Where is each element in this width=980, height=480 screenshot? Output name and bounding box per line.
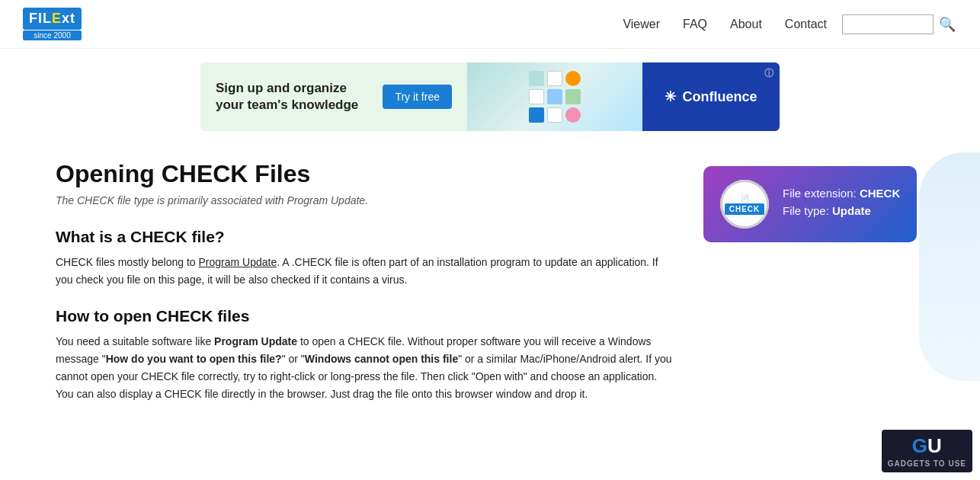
- ad-info-icon: ⓘ: [764, 67, 773, 80]
- file-ext-card: 📄 CHECK File extension: CHECK File type:…: [703, 166, 917, 242]
- ext-label: File extension:: [783, 187, 857, 200]
- ad-banner: Sign up and organize your team's knowled…: [200, 62, 780, 131]
- header: FILExt since 2000 Viewer FAQ About Conta…: [0, 0, 980, 49]
- section1-title: What is a CHECK file?: [56, 228, 673, 246]
- file-ext-line1: File extension: CHECK: [783, 187, 900, 200]
- content-right: 📄 CHECK File extension: CHECK File type:…: [703, 160, 924, 422]
- section2-strong2: How do you want to open this file?: [106, 353, 282, 365]
- ad-middle: [467, 62, 642, 131]
- file-icon-label: CHECK: [725, 203, 765, 215]
- gadgets-icon-right: U: [927, 434, 942, 437]
- ad-try-button[interactable]: Try it free: [383, 85, 452, 109]
- page-title: Opening CHECK Files: [56, 160, 673, 188]
- logo-since: since 2000: [23, 30, 82, 40]
- ad-left-text: Sign up and organize your team's knowled…: [216, 80, 369, 114]
- logo-area[interactable]: FILExt since 2000: [23, 8, 82, 40]
- right-decoration: [919, 152, 980, 381]
- search-icon: 🔍: [939, 17, 956, 32]
- file-ext-line2: File type: Update: [783, 204, 900, 217]
- search-button[interactable]: 🔍: [937, 14, 957, 34]
- gadgets-logo: G U GADGETS TO USE: [882, 430, 972, 437]
- page-subtitle: The CHECK file type is primarily associa…: [56, 194, 673, 206]
- section2-title: How to open CHECK files: [56, 307, 673, 325]
- gadgets-icon-left: G: [912, 434, 927, 437]
- confluence-logo: ✳ Confluence: [665, 88, 757, 105]
- section1-text: CHECK files mostly belong to Program Upd…: [56, 254, 673, 289]
- search-area: 🔍: [842, 14, 957, 34]
- nav-faq[interactable]: FAQ: [683, 18, 707, 31]
- file-icon-circle: 📄 CHECK: [720, 180, 769, 229]
- nav-contact[interactable]: Contact: [785, 18, 827, 31]
- type-label: File type:: [783, 204, 829, 217]
- ad-graphic: [467, 62, 642, 131]
- gadgets-logo-box: G U GADGETS TO USE: [882, 430, 972, 437]
- confluence-icon: ✳: [665, 88, 676, 105]
- confluence-name: Confluence: [682, 89, 757, 105]
- ext-value: CHECK: [860, 187, 900, 200]
- main-content: Opening CHECK Files The CHECK file type …: [33, 145, 947, 437]
- section2-text: You need a suitable software like Progra…: [56, 333, 673, 403]
- file-ext-info: File extension: CHECK File type: Update: [783, 187, 900, 222]
- ad-graphic-squares: [529, 71, 581, 123]
- nav-viewer[interactable]: Viewer: [623, 18, 660, 31]
- ad-left: Sign up and organize your team's knowled…: [200, 62, 467, 131]
- ad-right: ⓘ ✳ Confluence: [642, 62, 780, 131]
- logo-box: FILExt: [23, 8, 82, 30]
- section2-strong1: Program Update: [214, 335, 297, 347]
- program-update-link[interactable]: Program Update: [199, 256, 277, 268]
- nav-about[interactable]: About: [730, 18, 762, 31]
- section1-text-before: CHECK files mostly belong to: [56, 256, 199, 268]
- file-icon-inner: 📄 CHECK: [722, 182, 767, 226]
- gadgets-logo-icon: G U: [912, 434, 942, 437]
- main-nav: Viewer FAQ About Contact: [623, 18, 827, 31]
- content-left: Opening CHECK Files The CHECK file type …: [56, 160, 673, 422]
- type-value: Update: [832, 204, 871, 217]
- logo[interactable]: FILExt since 2000: [23, 8, 82, 40]
- search-input[interactable]: [842, 14, 934, 34]
- section2-strong3: Windows cannot open this file: [305, 353, 458, 365]
